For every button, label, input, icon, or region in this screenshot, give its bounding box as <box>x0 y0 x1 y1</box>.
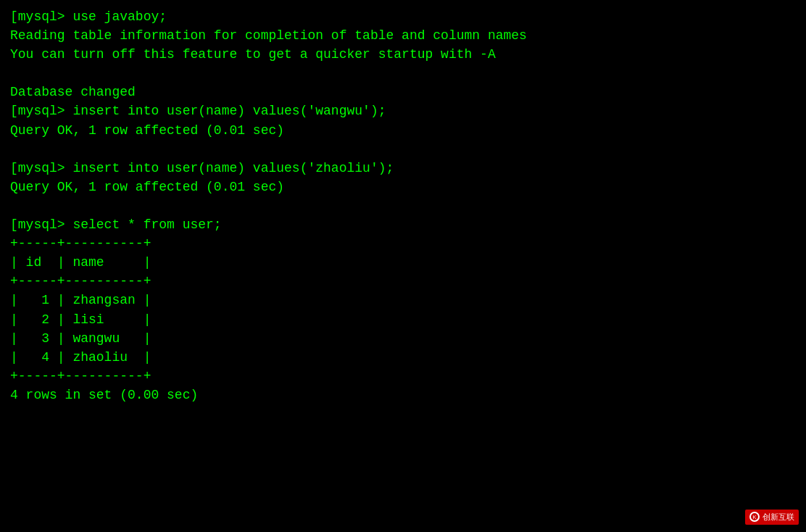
terminal-output: [mysql> use javaboy; Reading table infor… <box>10 7 796 404</box>
watermark-text: 创新互联 <box>763 512 794 523</box>
terminal-window: [mysql> use javaboy; Reading table infor… <box>0 0 806 532</box>
watermark-badge: K 创新互联 <box>745 510 799 525</box>
watermark-icon: K <box>749 512 760 522</box>
